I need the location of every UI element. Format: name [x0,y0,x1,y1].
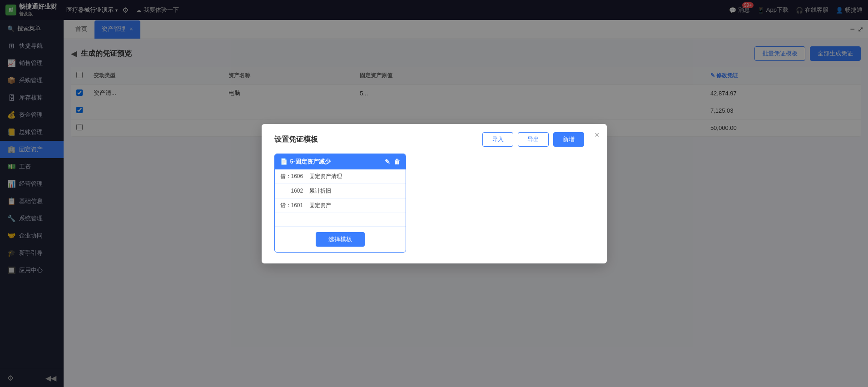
template-card-title: 5-固定资产减少 [290,158,331,166]
export-btn[interactable]: 导出 [518,132,549,147]
template-empty-row [275,213,406,227]
template-card-body: 借： 1606 固定资产清理 1602 累计折旧 贷： 1601 固定资产 [275,169,406,227]
account-code-2: 1602 [291,188,309,194]
template-card: 📄 5-固定资产减少 ✎ 🗑 借： 1606 固定资产清理 [274,154,406,253]
template-row-2: 1602 累计折旧 [275,184,406,198]
credit-label: 贷： [280,202,291,209]
delete-template-icon[interactable]: 🗑 [394,158,400,165]
edit-template-icon[interactable]: ✎ [385,158,390,165]
new-template-btn[interactable]: 新增 [553,132,584,147]
modal-overlay[interactable]: 设置凭证模板 × 导入 导出 新增 📄 5-固定资产减少 ✎ 🗑 [0,0,868,387]
modal-close-btn[interactable]: × [595,130,600,140]
template-doc-icon: 📄 [280,158,288,165]
account-name-2: 累计折旧 [309,187,400,195]
template-list: 📄 5-固定资产减少 ✎ 🗑 借： 1606 固定资产清理 [274,154,594,253]
account-name-3: 固定资产 [309,202,400,209]
modal-dialog: 设置凭证模板 × 导入 导出 新增 📄 5-固定资产减少 ✎ 🗑 [262,124,607,263]
account-name-1: 固定资产清理 [309,173,400,180]
template-row-3: 贷： 1601 固定资产 [275,198,406,213]
template-card-header: 📄 5-固定资产减少 ✎ 🗑 [275,154,406,169]
card-actions: ✎ 🗑 [385,158,400,165]
template-card-footer: 选择模板 [275,227,406,252]
template-row-1: 借： 1606 固定资产清理 [275,169,406,184]
modal-action-buttons: 导入 导出 新增 [482,132,584,147]
account-code-3: 1601 [291,202,309,208]
account-code-1: 1606 [291,173,309,179]
import-btn[interactable]: 导入 [482,132,513,147]
select-template-btn[interactable]: 选择模板 [316,232,365,247]
debit-label: 借： [280,173,291,180]
